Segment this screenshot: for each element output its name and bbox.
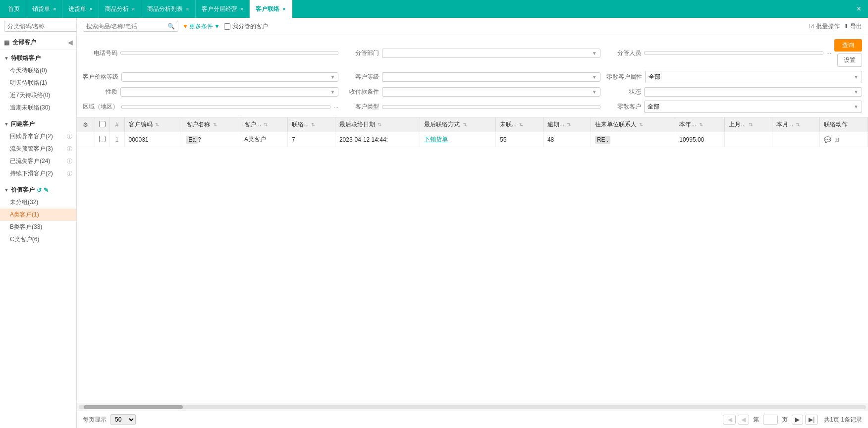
sidebar-item-overdue[interactable]: 逾期未联络(30) <box>0 102 76 114</box>
tab-product-analysis-list[interactable]: 商品分析列表 × <box>141 0 195 18</box>
search-input[interactable] <box>86 23 165 30</box>
sort-contact-icon[interactable]: ⇅ <box>311 122 315 127</box>
sidebar-item-churned[interactable]: 已流失客户(24) ⓘ <box>0 155 76 167</box>
next-page-btn[interactable]: ▶ <box>792 415 803 425</box>
filter-input-customer-type[interactable] <box>382 105 600 109</box>
close-customer-contact-icon[interactable]: × <box>282 6 285 12</box>
filter-input-region[interactable] <box>121 105 330 109</box>
close-customer-segment-icon[interactable]: × <box>240 6 243 12</box>
horizontal-scrollbar[interactable] <box>77 403 868 411</box>
arrow-down-payment-icon: ▼ <box>592 89 597 95</box>
footer-page-label: 每页显示 <box>83 416 107 424</box>
sidebar-item-c-class[interactable]: C类客户(6) <box>0 233 76 246</box>
main-layout: 🔍 ▦ 全部客户 ◀ ▼ 待联络客户 今天待联络(0) 明天待联络(1) 近7天… <box>0 18 868 428</box>
tab-customer-contact[interactable]: 客户联络 × <box>250 0 292 18</box>
sidebar-section-pending-title[interactable]: ▼ 待联络客户 <box>0 52 76 64</box>
th-customer-name: 客户名称 ⇅ <box>182 117 240 132</box>
page-size-select[interactable]: 50 10 20 100 <box>110 414 136 425</box>
th-checkbox <box>95 117 109 132</box>
filter-more-btn[interactable]: ▼ 更多条件 ▼ <box>182 22 220 31</box>
tab-home[interactable]: 首页 <box>2 0 26 18</box>
filter-input-person[interactable] <box>644 51 823 55</box>
ellipsis-person-icon[interactable]: ··· <box>826 50 831 56</box>
ellipsis-region-icon[interactable]: ··· <box>333 104 338 110</box>
sort-name-icon[interactable]: ⇅ <box>213 122 217 127</box>
filter-label-region: 区域（地区） <box>83 103 118 111</box>
close-purchase-order-icon[interactable]: × <box>89 6 92 12</box>
toolbar-search-icon[interactable]: 🔍 <box>167 23 175 30</box>
sidebar-item-a-class[interactable]: A类客户(1) <box>0 209 76 221</box>
tab-sales-order[interactable]: 销货单 × <box>26 0 62 18</box>
sidebar-item-today[interactable]: 今天待联络(0) <box>0 64 76 77</box>
row-checkbox[interactable] <box>99 136 106 142</box>
filter-select-price-level[interactable]: ▼ <box>121 72 338 82</box>
sidebar-item-churn-warning[interactable]: 流失预警客户(3) ⓘ <box>0 143 76 155</box>
sort-overdue-icon[interactable]: ⇅ <box>567 122 571 127</box>
tab-purchase-order[interactable]: 进货单 × <box>62 0 99 18</box>
filter-select-customer-level[interactable]: ▼ <box>382 72 600 82</box>
sidebar-section-value-title[interactable]: ▼ 价值客户 ↺ ✎ <box>0 184 76 196</box>
close-sales-order-icon[interactable]: × <box>53 6 56 12</box>
edit-icon[interactable]: ✎ <box>44 187 49 194</box>
filter-select-dept[interactable]: ▼ <box>382 49 600 58</box>
toolbar: 🔍 ▼ 更多条件 ▼ 我分管的客户 ☑ 批量操作 ⬆ 导出 <box>77 18 868 35</box>
tab-product-analysis[interactable]: 商品分析 × <box>99 0 141 18</box>
settings-button[interactable]: 设置 <box>837 54 862 67</box>
sort-code-icon[interactable]: ⇅ <box>155 122 159 127</box>
customer-table: ⚙ # 客户编码 ⇅ 客户名称 ⇅ <box>77 117 868 147</box>
sort-type-icon[interactable]: ⇅ <box>264 122 268 127</box>
tab-customer-segment[interactable]: 客户分层经营 × <box>196 0 250 18</box>
sort-lmonth-icon[interactable]: ⇅ <box>749 122 753 127</box>
td-last-month <box>725 132 772 147</box>
sidebar-item-repurchase[interactable]: 回购异常客户(2) ⓘ <box>0 130 76 143</box>
scrollbar-thumb[interactable] <box>84 405 183 409</box>
filter-select-payment[interactable]: ▼ <box>382 87 600 97</box>
prev-page-btn[interactable]: ◀ <box>738 415 749 425</box>
filter-select-status[interactable]: ▼ <box>644 87 862 97</box>
window-close-icon[interactable]: × <box>852 4 866 13</box>
select-all-checkbox[interactable] <box>99 121 106 127</box>
sidebar-all-customers[interactable]: ▦ 全部客户 ◀ <box>0 35 76 50</box>
sort-uncontacted-icon[interactable]: ⇅ <box>519 122 523 127</box>
filter-select-retail-attr[interactable]: 全部▼ <box>645 71 862 83</box>
top-navigation: 首页 销货单 × 进货单 × 商品分析 × 商品分析列表 × 客户分层经营 × … <box>0 0 868 18</box>
filter-row-nature: 性质 ▼ <box>83 87 338 97</box>
filter-select-retail[interactable]: 全部▼ <box>644 101 862 113</box>
info-icon3: ⓘ <box>67 158 72 165</box>
export-btn[interactable]: ⬆ 导出 <box>844 22 862 31</box>
first-page-btn[interactable]: |◀ <box>723 415 736 425</box>
sidebar-collapse-icon[interactable]: ◀ <box>68 39 72 46</box>
gear-icon[interactable]: ⚙ <box>83 121 88 128</box>
current-page-input[interactable]: 1 <box>763 415 778 425</box>
sidebar-item-unclassified[interactable]: 未分组(32) <box>0 196 76 209</box>
sidebar-search-input[interactable] <box>4 21 77 32</box>
sidebar-item-declining[interactable]: 持续下滑客户(2) ⓘ <box>0 167 76 180</box>
refresh-icon[interactable]: ↺ <box>37 187 42 194</box>
my-customers-check[interactable] <box>224 23 230 30</box>
close-product-analysis-icon[interactable]: × <box>132 6 135 12</box>
action-icons: 💬 ⊞ <box>824 136 864 143</box>
contact-way-link[interactable]: 下销货单 <box>424 136 448 143</box>
sidebar-item-tomorrow[interactable]: 明天待联络(1) <box>0 77 76 89</box>
query-button[interactable]: 查询 <box>834 39 862 52</box>
th-settings: ⚙ <box>77 117 95 132</box>
sidebar-item-b-class[interactable]: B类客户(33) <box>0 221 76 233</box>
my-customers-checkbox[interactable]: 我分管的客户 <box>224 22 268 31</box>
sidebar-section-pending: ▼ 待联络客户 今天待联络(0) 明天待联络(1) 近7天待联络(0) 逾期未联… <box>0 50 76 116</box>
arrow-down-dept-icon: ▼ <box>592 51 597 56</box>
chat-icon[interactable]: 💬 <box>824 136 831 143</box>
td-num: 1 <box>109 132 124 147</box>
sort-unit-icon[interactable]: ⇅ <box>639 122 643 127</box>
sort-date-icon[interactable]: ⇅ <box>378 122 381 127</box>
batch-op-btn[interactable]: ☑ 批量操作 <box>809 22 840 31</box>
close-product-analysis-list-icon[interactable]: × <box>186 6 189 12</box>
last-page-btn[interactable]: ▶| <box>805 415 818 425</box>
sidebar-item-week[interactable]: 近7天待联络(0) <box>0 89 76 102</box>
sort-year-icon[interactable]: ⇅ <box>699 122 703 127</box>
sort-way-icon[interactable]: ⇅ <box>463 122 467 127</box>
sort-tmonth-icon[interactable]: ⇅ <box>796 122 800 127</box>
sidebar-section-problem-title[interactable]: ▼ 问题客户 <box>0 118 76 130</box>
filter-input-phone[interactable] <box>120 51 338 55</box>
qr-icon[interactable]: ⊞ <box>834 136 839 143</box>
filter-select-nature[interactable]: ▼ <box>120 87 338 97</box>
